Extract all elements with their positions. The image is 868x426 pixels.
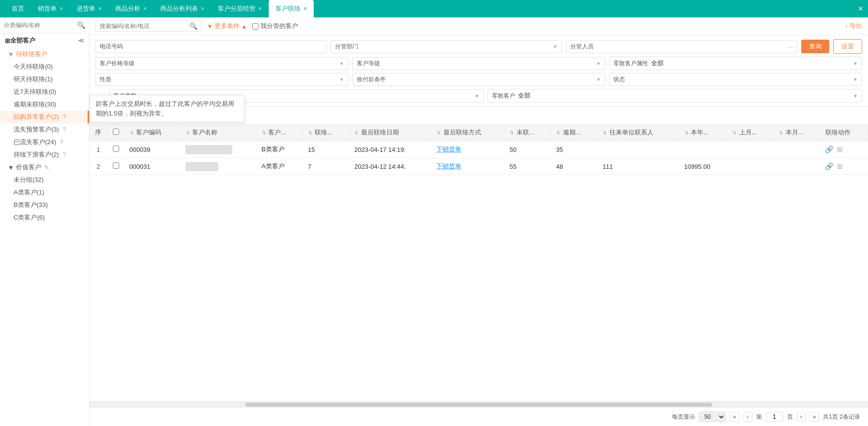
phone-number-field[interactable]: 电话号码	[95, 40, 327, 53]
sort-icon-3: ⇅	[262, 130, 266, 135]
nav-customer-contact[interactable]: 客户联络 ×	[269, 0, 314, 17]
close-product-analysis-list-icon[interactable]: ×	[201, 5, 204, 12]
sidebar-item-lost-preview[interactable]: 流失预警客户(3) ?	[0, 123, 89, 136]
chevron-down-icon-4: ▼	[853, 61, 858, 66]
chevron-up-icon: ▲	[241, 23, 247, 30]
row2-name: ███	[181, 158, 257, 175]
table-scroll-container[interactable]: 序 ⇅ 客户编码 ⇅ 客户名称 ⇅	[90, 124, 868, 401]
col-category[interactable]: ⇅ 客户...	[257, 124, 303, 141]
per-page-select[interactable]: 50 100 200	[699, 411, 726, 422]
chevron-down-icon-9: ▼	[853, 93, 858, 99]
status-field[interactable]: 状态 ▼	[609, 73, 862, 86]
last-page-button[interactable]: »	[809, 412, 820, 422]
row2-grid-icon[interactable]: ⊞	[837, 162, 843, 170]
keep-down-help-icon[interactable]: ?	[62, 151, 66, 158]
row1-name: ████	[181, 141, 257, 158]
export-button[interactable]: ↑ 导出	[845, 22, 863, 30]
scroll-thumb[interactable]	[245, 403, 713, 407]
sort-icon-7: ⇅	[510, 130, 514, 135]
nav-customer-segment[interactable]: 客户分层经营 ×	[211, 0, 269, 17]
scattered-attr-field[interactable]: 零散客户属性 全部 ▼	[609, 57, 862, 70]
repurchase-help-icon[interactable]: ?	[62, 113, 66, 120]
all-customers-header[interactable]: ⊞ 全部客户 ≪	[0, 33, 89, 48]
col-overdue[interactable]: ⇅ 逾期...	[551, 124, 597, 141]
price-level-field[interactable]: 客户价格等级 ▼	[95, 57, 349, 70]
row1-code: 000039	[124, 141, 181, 158]
scattered-customer-field[interactable]: 零散客户 全部 ▼	[487, 89, 862, 103]
col-unit-contact[interactable]: ⇅ 往来单位联系人	[597, 124, 679, 141]
row1-this-year	[679, 141, 728, 158]
col-contact[interactable]: ⇅ 联络...	[303, 124, 350, 141]
row2-checkbox[interactable]	[113, 162, 119, 169]
division-dept-field[interactable]: 分管部门 ▼	[331, 40, 562, 53]
close-product-analysis-icon[interactable]: ×	[143, 5, 147, 12]
payment-field[interactable]: 收付款条件 ▼	[352, 73, 606, 86]
row2-contact-type-link[interactable]: 下销货单	[436, 162, 461, 170]
division-person-field[interactable]: 分管人员 ···	[566, 40, 797, 53]
row1-last-contact-type[interactable]: 下销货单	[431, 141, 504, 158]
close-customer-segment-icon[interactable]: ×	[259, 5, 262, 12]
sidebar-item-overdue-pending[interactable]: 逾期未联络(30)	[0, 98, 89, 111]
first-page-button[interactable]: «	[730, 412, 740, 422]
value-customers-section[interactable]: ▼ 价值客户 ✎	[0, 161, 89, 174]
sidebar-item-keep-down[interactable]: 持续下滑客户(2) ?	[0, 148, 89, 161]
row1-checkbox[interactable]	[113, 146, 119, 152]
set-button[interactable]: 设置	[833, 39, 862, 54]
col-uncontacted[interactable]: ⇅ 未联...	[505, 124, 551, 141]
sidebar-item-c-class[interactable]: C类客户(6)	[0, 211, 89, 224]
row1-contact-type-link[interactable]: 下销货单	[436, 146, 461, 153]
more-conditions-button[interactable]: ▼ 更多条件 ▲	[207, 22, 247, 30]
sidebar-item-tomorrow-pending[interactable]: 明天待联络(1)	[0, 73, 89, 86]
query-button[interactable]: 查询	[801, 40, 829, 53]
prev-page-button[interactable]: ‹	[744, 412, 752, 422]
sidebar-item-repurchase-abnormal[interactable]: 回购异常客户(2) ?	[0, 111, 89, 123]
next-page-button[interactable]: ›	[797, 412, 806, 422]
sort-icon: ⇅	[130, 130, 134, 135]
sidebar-item-ungroup[interactable]: 未分组(32)	[0, 174, 89, 186]
col-this-month[interactable]: ⇅ 本月...	[774, 124, 821, 141]
horizontal-scrollbar[interactable]	[90, 401, 868, 407]
row2-link-icon[interactable]: 🔗	[825, 162, 833, 170]
my-customers-checkbox[interactable]	[252, 23, 259, 29]
sidebar-item-a-class[interactable]: A类客户(1)	[0, 186, 89, 199]
lost-preview-help-icon[interactable]: ?	[62, 126, 66, 133]
sidebar-item-already-lost[interactable]: 已流失客户(24) ?	[0, 136, 89, 148]
nav-home[interactable]: 首页	[5, 0, 31, 17]
col-last-contact-type[interactable]: ⇅ 最后联络方式	[431, 124, 504, 141]
pending-section-title[interactable]: ▼ 待联络客户	[0, 48, 89, 60]
col-last-contact-date[interactable]: ⇅ 最后联络日期	[350, 124, 431, 141]
chevron-down-icon-7: ▼	[853, 77, 858, 82]
sidebar-search-icon[interactable]: 🔍	[77, 21, 85, 29]
nature-field[interactable]: 性质 ▼	[95, 73, 349, 86]
nav-product-analysis[interactable]: 商品分析 ×	[108, 0, 153, 17]
row1-link-icon[interactable]: 🔗	[825, 146, 833, 153]
col-name[interactable]: ⇅ 客户名称	[181, 124, 257, 141]
search-icon[interactable]: 🔍	[189, 22, 198, 30]
row2-last-contact-type[interactable]: 下销货单	[431, 158, 504, 175]
col-last-month[interactable]: ⇅ 上月...	[728, 124, 774, 141]
sidebar-item-today-pending[interactable]: 今天待联络(0)	[0, 60, 89, 73]
search-input[interactable]	[100, 23, 189, 29]
nav-product-analysis-list[interactable]: 商品分析列表 ×	[153, 0, 211, 17]
col-code[interactable]: ⇅ 客户编码	[124, 124, 181, 141]
collapse-icon[interactable]: ≪	[78, 37, 84, 44]
already-lost-help-icon[interactable]: ?	[60, 138, 63, 146]
select-all-checkbox[interactable]	[113, 129, 119, 135]
nav-purchase-order[interactable]: 进货单 ×	[70, 0, 108, 17]
customer-level-field[interactable]: 客户等级 ▼	[352, 57, 606, 70]
window-close-button[interactable]: ×	[858, 4, 863, 14]
edit-icon[interactable]: ✎	[44, 164, 49, 171]
close-sales-order-icon[interactable]: ×	[60, 5, 63, 12]
row1-grid-icon[interactable]: ⊞	[837, 146, 843, 153]
close-customer-contact-icon[interactable]: ×	[304, 5, 307, 12]
nav-sales-order[interactable]: 销货单 ×	[31, 0, 70, 17]
sidebar-search-input[interactable]	[4, 22, 77, 29]
row1-contact: 15	[303, 141, 350, 158]
close-purchase-order-icon[interactable]: ×	[98, 5, 102, 12]
col-this-year[interactable]: ⇅ 本年...	[679, 124, 728, 141]
row2-action: 🔗 ⊞	[820, 158, 868, 175]
sidebar-item-7day-pending[interactable]: 近7天待联络(0)	[0, 86, 89, 98]
row2-this-month	[774, 158, 821, 175]
sidebar-item-b-class[interactable]: B类客户(33)	[0, 199, 89, 211]
page-number-input[interactable]	[766, 412, 783, 422]
